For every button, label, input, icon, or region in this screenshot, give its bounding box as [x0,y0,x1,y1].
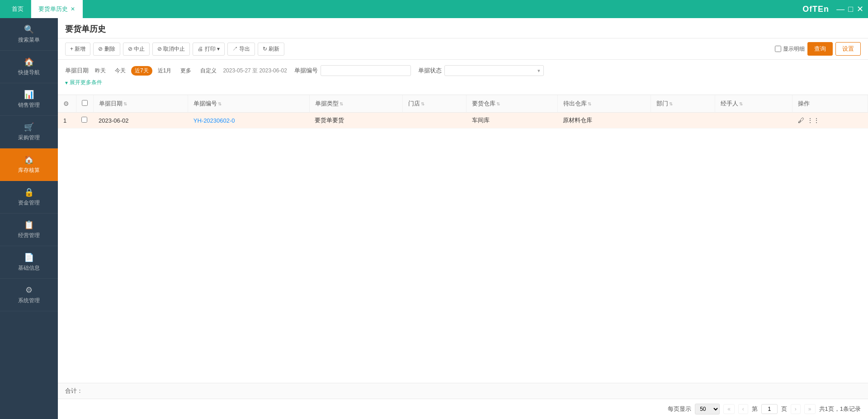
table-row: 1 2023-06-02 YH-20230602-0 要货单要货 [58,113,868,129]
status-select[interactable] [444,65,544,76]
date-sort-icon[interactable]: ⇅ [123,101,127,106]
next-page-button[interactable]: › [791,404,801,414]
content-area: 要货单历史 + 新增 ⊘ 删除 ⊘ 中止 ⊘ 取消中止 🖨 打印 ▾ ↗ 导出 [58,18,868,419]
sidebar-item-quick-nav[interactable]: 🏠 快捷导航 [0,51,58,83]
row-handler [715,113,793,129]
show-detail-checkbox[interactable] [775,46,781,52]
date-pill-7days[interactable]: 近7天 [131,66,152,76]
print-button[interactable]: 🖨 打印 ▾ [193,43,224,56]
order-no-filter-group: 单据编号 [294,65,411,76]
department-sort-icon[interactable]: ⇅ [669,101,673,106]
th-pending-warehouse: 待出仓库⇅ [557,95,651,113]
sidebar-item-search-menu[interactable]: 🔍 搜索菜单 [0,18,58,51]
refresh-label: ↻ 刷新 [263,45,279,53]
sidebar-basic-info-label: 基础信息 [18,264,40,272]
last-page-button[interactable]: » [804,404,816,414]
order-type-sort-icon[interactable]: ⇅ [340,101,343,106]
sidebar-item-basic-info[interactable]: 📄 基础信息 [0,246,58,279]
table-body: 1 2023-06-02 YH-20230602-0 要货单要货 [58,113,868,129]
req-warehouse-sort-icon[interactable]: ⇅ [496,101,500,106]
sidebar-item-operations-mgmt[interactable]: 📋 经营管理 [0,214,58,246]
row-order-no: YH-20230602-0 [188,113,309,129]
settings-button[interactable]: 设置 [835,42,861,56]
filter-area: 单据日期 昨天 今天 近7天 近1月 更多 自定义 2023-05-27 至 2… [58,60,868,95]
print-dropdown-icon: ▾ [217,46,220,52]
refresh-button[interactable]: ↻ 刷新 [258,43,284,56]
minimize-icon[interactable]: — [836,5,844,14]
sidebar-item-system-mgmt[interactable]: ⚙ 系统管理 [0,279,58,311]
order-no-link[interactable]: YH-20230602-0 [193,117,235,124]
settings-label: 设置 [842,45,854,53]
select-all-checkbox[interactable] [82,100,88,106]
th-settings: ⚙ [58,95,76,113]
tab-home[interactable]: 首页 [5,0,31,18]
th-checkbox [76,95,93,113]
query-button[interactable]: 查询 [807,42,833,56]
date-pill-custom[interactable]: 自定义 [197,66,220,76]
date-pill-more[interactable]: 更多 [177,66,195,76]
pending-warehouse-sort-icon[interactable]: ⇅ [588,101,591,106]
sidebar-purchase-label: 采购管理 [18,134,40,142]
expand-more-btn[interactable]: ▾ 展开更多条件 [65,76,861,89]
tab-close-icon[interactable]: ✕ [71,6,75,12]
delete-button[interactable]: ⊘ 删除 [93,43,120,56]
show-detail-toggle[interactable]: 显示明细 [775,45,805,53]
date-pill-yesterday[interactable]: 昨天 [91,66,109,76]
store-sort-icon[interactable]: ⇅ [421,101,425,106]
row-select-checkbox[interactable] [81,117,87,123]
prev-page-button[interactable]: ‹ [738,404,748,414]
quick-nav-icon: 🏠 [24,57,34,67]
cancel-suspend-label: ⊘ 取消中止 [157,45,185,53]
settings-gear-icon[interactable]: ⚙ [63,100,69,107]
page-number-input[interactable] [761,404,778,414]
date-pills: 昨天 今天 近7天 近1月 更多 自定义 [91,66,220,76]
page-title: 要货单历史 [65,24,106,33]
close-icon[interactable]: ✕ [857,4,863,14]
toolbar: + 新增 ⊘ 删除 ⊘ 中止 ⊘ 取消中止 🖨 打印 ▾ ↗ 导出 ↻ 刷新 [58,38,868,60]
date-range-display: 2023-05-27 至 2023-06-02 [223,67,287,75]
th-department: 部门⇅ [651,95,715,113]
maximize-icon[interactable]: □ [848,5,853,14]
system-icon: ⚙ [25,285,33,295]
add-button[interactable]: + 新增 [65,43,90,56]
page-header: 要货单历史 [58,18,868,38]
page-input-suffix: 页 [781,405,787,413]
page-size-select[interactable]: 50 10 20 100 [695,404,720,414]
order-no-sort-icon[interactable]: ⇅ [218,101,222,106]
th-store: 门店⇅ [402,95,466,113]
th-date: 单据日期⇅ [93,95,188,113]
th-order-type: 单据类型⇅ [309,95,402,113]
order-no-label: 单据编号 [294,67,318,75]
operations-icon: 📋 [24,220,34,230]
sidebar-item-purchase-mgmt[interactable]: 🛒 采购管理 [0,116,58,148]
status-select-wrapper [444,65,544,76]
inventory-icon: 🏠 [24,155,34,165]
date-pill-1month[interactable]: 近1月 [154,66,175,76]
date-pill-today[interactable]: 今天 [111,66,129,76]
row-view-icon[interactable]: 🖋 [798,117,804,124]
row-more-icon[interactable]: ⋮⋮ [807,117,820,124]
th-action: 操作 [793,95,868,113]
sidebar: 🔍 搜索菜单 🏠 快捷导航 📊 销售管理 🛒 采购管理 🏠 库存核算 🔒 资金管… [0,18,58,419]
handler-sort-icon[interactable]: ⇅ [739,101,743,106]
date-label: 单据日期 [65,67,89,75]
row-req-warehouse: 车间库 [467,113,558,129]
row-index: 1 [58,113,76,129]
cancel-suspend-button[interactable]: ⊘ 取消中止 [152,43,190,56]
total-label: 共1页，1条记录 [819,405,861,413]
sidebar-item-inventory[interactable]: 🏠 库存核算 [0,148,58,181]
sidebar-item-sales-mgmt[interactable]: 📊 销售管理 [0,83,58,116]
table-footer: 合计： [58,383,868,399]
suspend-label: ⊘ 中止 [128,45,145,53]
sidebar-item-finance-mgmt[interactable]: 🔒 资金管理 [0,181,58,214]
tab-requisition-history[interactable]: 要货单历史 ✕ [31,0,83,18]
sidebar-inventory-label: 库存核算 [18,167,40,174]
search-menu-icon: 🔍 [24,24,34,34]
order-no-input[interactable] [321,65,411,76]
first-page-button[interactable]: « [723,404,735,414]
export-button[interactable]: ↗ 导出 [227,43,255,56]
sidebar-quick-nav-label: 快捷导航 [18,69,40,76]
row-date: 2023-06-02 [93,113,188,129]
basic-info-icon: 📄 [24,252,34,262]
suspend-button[interactable]: ⊘ 中止 [123,43,150,56]
